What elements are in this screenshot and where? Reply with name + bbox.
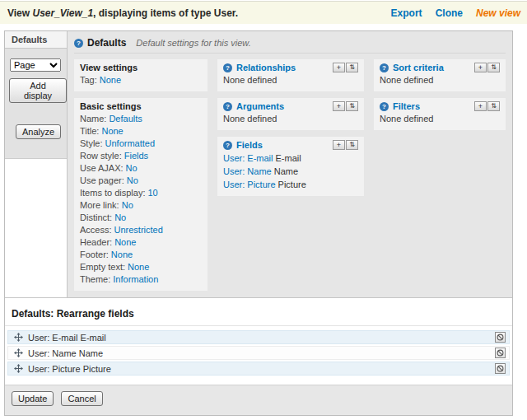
setting-label: Theme: [80,274,110,284]
setting-value-link[interactable]: No [114,212,126,222]
sort-criteria-header: ? Sort criteria + ⇅ [380,63,500,72]
relationships-link[interactable]: Relationships [236,63,296,72]
update-button[interactable]: Update [12,391,54,406]
table-row[interactable]: User: Picture Picture [7,362,510,376]
setting-value-link[interactable]: None [101,126,123,136]
setting-value-link[interactable]: Information [113,274,158,284]
setting-label: Header: [80,237,112,247]
setting-value-link[interactable]: No [127,175,138,185]
drag-handle-icon[interactable] [8,364,28,373]
setting-label: Title: [80,126,99,136]
setting-label: Empty text: [80,262,125,272]
settings-column-3: ? Sort criteria + ⇅ None defined ? [374,59,506,137]
setting-items-to-display: Items to display:10 [80,187,202,199]
field-label: Name [274,166,298,176]
tab-defaults[interactable]: Defaults [5,31,67,49]
display-heading-description: Default settings for this view. [136,38,250,48]
arguments-buttons: + ⇅ [333,101,358,111]
view-header-bar: View User_View_1, displaying items of ty… [0,1,527,24]
add-icon[interactable]: + [474,101,487,111]
remove-icon[interactable] [495,348,506,358]
help-icon[interactable]: ? [223,63,232,72]
setting-value-link[interactable]: No [122,200,133,210]
remove-icon[interactable] [495,332,506,343]
setting-label: Footer: [80,250,109,259]
rearrange-icon[interactable]: ⇅ [487,63,500,72]
sort-criteria-buttons: + ⇅ [474,63,500,72]
setting-value-link[interactable]: No [126,163,138,173]
add-icon[interactable]: + [333,101,345,111]
setting-value-link[interactable]: 10 [147,188,157,198]
fields-header: ? Fields + ⇅ [223,140,358,150]
help-icon[interactable]: ? [223,102,232,111]
fields-link[interactable]: Fields [236,140,263,150]
sort-criteria-link[interactable]: Sort criteria [393,63,444,72]
arguments-link[interactable]: Arguments [236,101,284,111]
add-display-panel: Page Add display Analyze [5,49,67,159]
drag-handle-icon[interactable] [8,333,28,342]
add-display-button[interactable]: Add display [9,78,67,103]
sort-criteria-empty: None defined [380,74,500,86]
display-type-select[interactable]: Page [10,58,61,72]
views-tabs-region: Defaults Page Add display Analyze ? Defa… [5,31,512,297]
rearrange-icon[interactable]: ⇅ [346,101,358,111]
rearrange-icon[interactable]: ⇅ [346,63,358,72]
setting-value-link[interactable]: None [111,250,133,259]
export-link[interactable]: Export [391,7,422,19]
setting-name: Name:Defaults [80,113,202,125]
setting-label: Use AJAX: [80,163,124,173]
setting-theme: Theme:Information [80,273,202,286]
row-label: User: E-mail E-mail [28,333,106,343]
setting-distinct: Distinct:No [80,212,202,224]
setting-value-link[interactable]: Defaults [109,114,142,124]
analyze-button[interactable]: Analyze [16,124,61,139]
relationships-box: ? Relationships + ⇅ None defined [217,59,364,91]
add-icon[interactable]: + [474,63,487,72]
sort-criteria-box: ? Sort criteria + ⇅ None defined [374,59,506,91]
rearrange-icon[interactable]: ⇅ [346,140,358,150]
setting-value-link[interactable]: Unrestricted [114,225,163,235]
add-icon[interactable]: + [333,63,345,72]
cancel-button[interactable]: Cancel [61,391,102,406]
field-link[interactable]: User: Name [223,166,272,176]
row-label: User: Name Name [28,348,103,358]
field-link[interactable]: User: E-mail [223,153,273,163]
setting-label: Row style: [80,151,122,161]
view-title-suffix: , displaying items of type User. [93,7,238,19]
filters-header: ? Filters + ⇅ [380,101,500,111]
setting-style: Style:Unformatted [80,138,202,150]
new-view-link[interactable]: New view [476,7,520,19]
setting-label: Distinct: [80,212,112,222]
setting-footer: Footer:None [80,249,202,261]
table-row[interactable]: User: Name Name [7,346,510,360]
filters-buttons: + ⇅ [474,101,500,111]
field-link[interactable]: User: Picture [223,180,276,189]
rearrange-fields-form: Defaults: Rearrange fields User: E-mail … [5,297,512,415]
setting-value-link[interactable]: Unformatted [105,138,156,148]
setting-label: Tag: [80,75,97,85]
remove-icon[interactable] [495,363,506,374]
drag-handle-icon[interactable] [8,348,28,357]
setting-value-link[interactable]: None [128,262,149,272]
arguments-empty: None defined [223,113,358,125]
filters-link[interactable]: Filters [393,101,420,111]
help-icon[interactable]: ? [380,63,389,72]
field-item-picture: User: PicturePicture [223,178,358,191]
basic-settings-title: Basic settings [80,101,202,111]
setting-value-link[interactable]: None [114,237,136,247]
table-row[interactable]: User: E-mail E-mail [7,330,510,344]
setting-value-link[interactable]: Fields [124,151,148,161]
help-icon[interactable]: ? [380,102,389,111]
setting-title: Title:None [80,125,202,138]
display-heading: ? Defaults Default settings for this vie… [74,35,506,54]
settings-column-1: View settings Tag:None Basic settings Na… [74,59,208,297]
view-title-prefix: View [7,7,30,19]
help-icon[interactable]: ? [74,39,83,48]
add-icon[interactable]: + [333,140,345,150]
help-icon[interactable]: ? [223,141,232,150]
setting-use-ajax: Use AJAX:No [80,162,202,175]
setting-value-link[interactable]: None [100,75,121,85]
rearrange-icon[interactable]: ⇅ [487,101,500,111]
view-name: User_View_1 [32,7,93,19]
clone-link[interactable]: Clone [436,7,463,19]
